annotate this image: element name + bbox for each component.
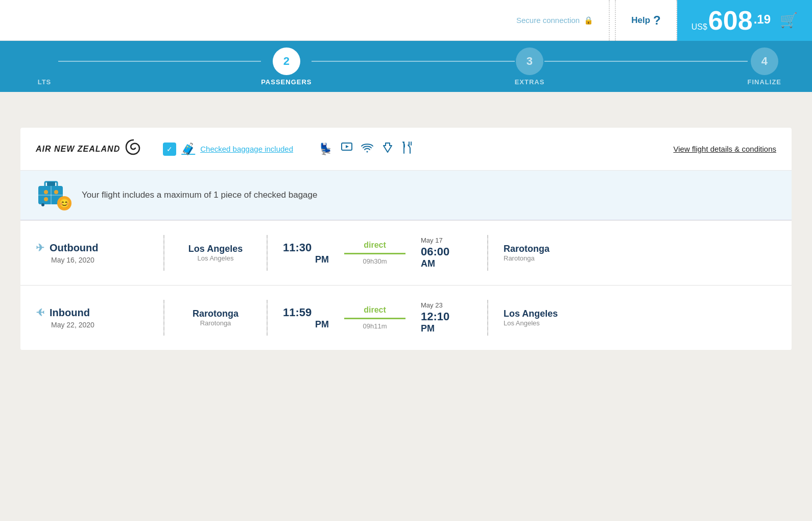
price-cents: .19	[754, 12, 771, 27]
cart-price: US$ 608 .19	[691, 7, 771, 34]
outbound-label: Outbound	[50, 242, 99, 254]
inbound-dest: Los Angeles Los Angeles	[504, 309, 575, 327]
outbound-arrival-date: May 17	[421, 236, 472, 244]
baggage-icon-container: 😊	[36, 180, 71, 210]
outbound-flight-row: ✈ Outbound May 16, 2020 Los Angeles Los …	[20, 220, 792, 285]
airline-logo-icon	[124, 138, 142, 160]
currency-label: US$	[691, 22, 707, 32]
step2-label: PASSENGERS	[261, 78, 312, 86]
depart-time: 11:30	[283, 241, 312, 254]
svg-marker-1	[346, 145, 349, 148]
svg-rect-9	[47, 182, 55, 186]
airline-card: AIR NEW ZEALAND ✓ 🧳 Checked baggage incl…	[20, 128, 792, 350]
view-details-link[interactable]: View flight details & conditions	[673, 145, 776, 153]
spacer	[0, 92, 812, 112]
depart-period: PM	[315, 254, 329, 265]
baggage-label[interactable]: Checked baggage included	[200, 145, 293, 153]
divider-6	[487, 300, 488, 336]
smiley-badge: 😊	[57, 196, 71, 210]
inbound-origin: Rarotonga Rarotonga	[180, 309, 251, 327]
airline-name: AIR NEW ZEALAND	[36, 145, 120, 154]
lock-icon: 🔒	[584, 16, 593, 25]
step3-circle: 3	[516, 48, 543, 75]
price-amount: 608	[708, 7, 753, 34]
progress-steps: LTS 2 PASSENGERS 3 EXTRAS 4 FINALIZE	[31, 48, 781, 86]
step4-label: FINALIZE	[748, 78, 782, 86]
step1-label: LTS	[38, 78, 52, 86]
divider-4	[163, 300, 164, 336]
secure-connection: Secure connection 🔒	[516, 16, 593, 25]
inbound-dest-city: Los Angeles	[504, 309, 575, 319]
baggage-info[interactable]: ✓ 🧳 Checked baggage included	[163, 143, 293, 156]
outbound-date: May 16, 2020	[51, 256, 148, 264]
inbound-depart-time: 11:59 PM	[283, 306, 329, 330]
outbound-info: ✈ Outbound May 16, 2020	[36, 242, 148, 264]
inbound-depart-time-val: 11:59	[283, 306, 312, 319]
inbound-origin-city: Rarotonga	[180, 309, 251, 319]
secure-label: Secure connection	[516, 16, 580, 25]
inbound-label: Inbound	[50, 307, 90, 319]
amenities: 💺	[319, 141, 413, 157]
seat-icon: 💺	[319, 143, 332, 156]
step3-label: EXTRAS	[515, 78, 545, 86]
baggage-notice: 😊 Your flight includes a maximum of 1 pi…	[20, 171, 792, 220]
step-2: 2 PASSENGERS	[261, 48, 312, 86]
meal-icon	[402, 141, 413, 157]
inbound-flight-row: ✈ Inbound May 22, 2020 Rarotonga Raroton…	[20, 285, 792, 350]
outbound-arrival-period: AM	[421, 258, 435, 269]
cart-section[interactable]: US$ 608 .19 🛒	[677, 0, 812, 41]
outbound-route: direct 09h30m	[329, 241, 421, 265]
outbound-direction: ✈ Outbound	[36, 242, 148, 254]
cart-icon: 🛒	[780, 12, 798, 29]
svg-point-15	[41, 203, 44, 206]
inbound-arrival-block: May 23 12:10 PM	[421, 301, 472, 334]
divider-1	[163, 235, 164, 271]
inbound-direct-label: direct	[364, 305, 386, 315]
svg-point-12	[44, 190, 48, 194]
content-area: AIR NEW ZEALAND ✓ 🧳 Checked baggage incl…	[0, 112, 812, 365]
inbound-depart-period: PM	[315, 319, 329, 329]
inbound-arrival-period: PM	[421, 323, 435, 334]
divider-5	[267, 300, 268, 336]
airline-header: AIR NEW ZEALAND ✓ 🧳 Checked baggage incl…	[20, 128, 792, 171]
outbound-direct-line	[344, 253, 405, 254]
inbound-direction: ✈ Inbound	[36, 306, 148, 319]
baggage-notice-text: Your flight includes a maximum of 1 piec…	[82, 190, 317, 200]
inbound-arrival-time: 12:10	[421, 310, 449, 323]
wifi-icon	[361, 142, 373, 156]
svg-point-14	[44, 197, 48, 201]
inbound-arrival-date: May 23	[421, 301, 472, 309]
inbound-origin-airport: Rarotonga	[180, 319, 251, 327]
svg-point-2	[367, 151, 368, 152]
help-section[interactable]: Help ?	[615, 0, 677, 41]
inbound-dest-airport: Los Angeles	[504, 319, 575, 327]
inbound-date: May 22, 2020	[51, 321, 148, 329]
connector-1	[58, 61, 261, 62]
outbound-dest-airport: Rarotonga	[504, 254, 575, 262]
outbound-origin-city: Los Angeles	[180, 244, 251, 254]
outbound-duration: 09h30m	[363, 257, 387, 265]
svg-point-13	[54, 190, 58, 194]
help-icon: ?	[653, 13, 661, 28]
progress-bar: LTS 2 PASSENGERS 3 EXTRAS 4 FINALIZE	[0, 41, 812, 92]
connector-2	[312, 61, 514, 62]
inbound-duration: 09h11m	[363, 322, 387, 330]
outbound-origin: Los Angeles Los Angeles	[180, 244, 251, 262]
inbound-route: direct 09h11m	[329, 305, 421, 330]
divider-3	[487, 235, 488, 271]
entertainment-icon	[341, 141, 353, 157]
suitcase-small-icon: 🧳	[181, 143, 195, 156]
outbound-arrival-time: 06:00	[421, 245, 449, 258]
inbound-info: ✈ Inbound May 22, 2020	[36, 306, 148, 329]
outbound-depart-time: 11:30 PM	[283, 241, 329, 265]
outbound-dest-city: Rarotonga	[504, 244, 575, 254]
top-bar: Secure connection 🔒 Help ? US$ 608 .19 🛒	[0, 0, 812, 41]
step2-circle: 2	[273, 48, 300, 75]
help-label: Help	[631, 15, 650, 26]
power-icon	[381, 141, 394, 157]
outbound-arrival-block: May 17 06:00 AM	[421, 236, 472, 269]
step-1: LTS	[31, 48, 58, 86]
step-3: 3 EXTRAS	[515, 48, 545, 86]
outbound-dest: Rarotonga Rarotonga	[504, 244, 575, 262]
divider-2	[267, 235, 268, 271]
